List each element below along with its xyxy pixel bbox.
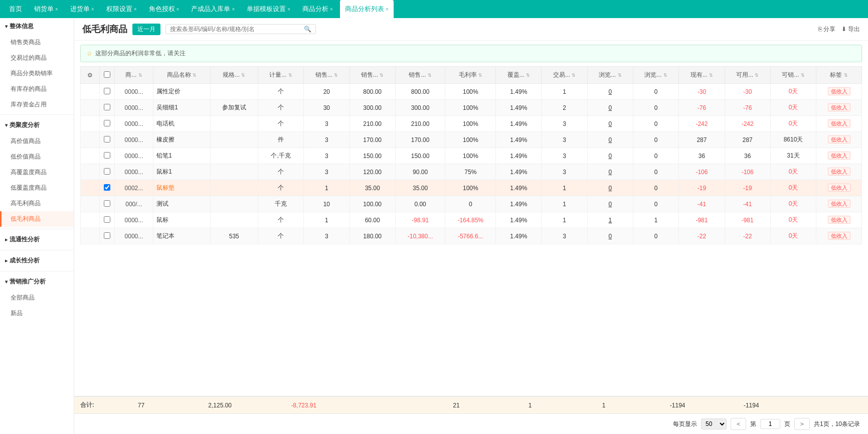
nav-close-purchase[interactable]: × <box>91 7 94 12</box>
select-all-checkbox[interactable] <box>104 71 110 78</box>
nav-sales[interactable]: 销货单 × <box>29 0 63 18</box>
sidebar-item-traded-goods[interactable]: 交易过的商品 <box>0 50 74 66</box>
row-checkbox[interactable] <box>99 116 114 132</box>
th-view2[interactable]: 浏览... ⇅ <box>633 67 679 84</box>
row-view1[interactable]: 0 <box>587 164 633 180</box>
sidebar-item-new-goods[interactable]: 新品 <box>0 306 74 321</box>
th-checkbox[interactable] <box>99 67 114 84</box>
row-select-checkbox[interactable] <box>104 104 110 110</box>
nav-roles[interactable]: 角色授权 × <box>144 0 185 18</box>
row-checkbox[interactable] <box>99 148 114 164</box>
sidebar-item-low-coverage[interactable]: 低覆盖度商品 <box>0 180 74 196</box>
nav-close-sales[interactable]: × <box>55 7 58 12</box>
th-available[interactable]: 可用... ⇅ <box>725 67 770 84</box>
row-checkbox[interactable] <box>99 180 114 196</box>
row-select-checkbox[interactable] <box>104 200 110 207</box>
row-view1[interactable]: 0 <box>587 100 633 116</box>
prev-page-button[interactable]: ＜ <box>731 418 746 430</box>
nav-close-permissions[interactable]: × <box>134 7 137 12</box>
row-view1[interactable]: 0 <box>587 116 633 132</box>
row-checkbox[interactable] <box>99 196 114 212</box>
table-row[interactable]: 000/... 测试 千克 10 100.00 0.00 0 1.49% 1 0… <box>81 196 862 212</box>
row-view1[interactable]: 1 <box>587 212 633 228</box>
per-page-select[interactable]: 50 100 200 <box>701 418 727 429</box>
row-view1[interactable]: 0 <box>587 228 633 244</box>
nav-close-products[interactable]: × <box>232 7 235 12</box>
row-view1[interactable]: 0 <box>587 196 633 212</box>
sidebar-item-sales-goods[interactable]: 销售类商品 <box>0 35 74 50</box>
row-select-checkbox[interactable] <box>104 152 110 159</box>
th-sales-price[interactable]: 销售... ⇅ <box>350 67 395 84</box>
row-select-checkbox[interactable] <box>104 168 110 175</box>
table-row[interactable]: 0000... 鼠标 个 1 60.00 -98.91 -164.85% 1.4… <box>81 212 862 228</box>
row-select-checkbox[interactable] <box>104 88 110 94</box>
th-unit[interactable]: 计量... ⇅ <box>258 67 303 84</box>
table-row[interactable]: 0000... 属性定价 个 20 800.00 800.00 100% 1.4… <box>81 84 862 100</box>
th-tag[interactable]: 标签 ⇅ <box>816 67 862 84</box>
nav-close-analysis-list[interactable]: × <box>386 7 389 12</box>
sidebar-item-high-margin[interactable]: 高毛利商品 <box>0 196 74 211</box>
th-name[interactable]: 商品名称 ⇅ <box>153 67 210 84</box>
row-select-checkbox[interactable] <box>104 136 110 142</box>
nav-close-analysis[interactable]: × <box>330 7 333 12</box>
row-select-checkbox[interactable] <box>104 120 110 126</box>
row-select-checkbox[interactable] <box>104 184 110 191</box>
current-page-input[interactable] <box>760 419 780 429</box>
sidebar-item-low-margin[interactable]: 低毛利商品 <box>0 211 74 227</box>
nav-analysis-list[interactable]: 商品分析列表 × <box>340 0 394 18</box>
next-page-button[interactable]: ＞ <box>794 418 810 430</box>
row-view1[interactable]: 0 <box>587 148 633 164</box>
row-view1[interactable]: 0 <box>587 132 633 148</box>
th-code[interactable]: 商... ⇅ <box>114 67 153 84</box>
sidebar-group-overall[interactable]: ▾ 整体信息 <box>0 18 74 35</box>
search-icon[interactable]: 🔍 <box>304 26 311 33</box>
th-coverage[interactable]: 覆盖... ⇅ <box>496 67 542 84</box>
table-row[interactable]: 0000... 电话机 个 3 210.00 210.00 100% 1.49%… <box>81 116 862 132</box>
row-select-checkbox[interactable] <box>104 232 110 239</box>
th-gross-margin[interactable]: 毛利率 ⇅ <box>445 67 496 84</box>
th-saleable[interactable]: 可销... ⇅ <box>770 67 816 84</box>
share-button[interactable]: ⎘ 分享 <box>818 25 835 34</box>
sidebar-group-circulation[interactable]: ▸ 流通性分析 <box>0 231 74 248</box>
nav-purchase[interactable]: 进货单 × <box>65 0 99 18</box>
sidebar-item-high-coverage[interactable]: 高覆盖度商品 <box>0 165 74 180</box>
row-view1[interactable]: 0 <box>587 180 633 196</box>
row-checkbox[interactable] <box>99 228 114 244</box>
sidebar-item-category-rate[interactable]: 商品分类助销率 <box>0 66 74 81</box>
nav-templates[interactable]: 单据模板设置 × <box>242 0 295 18</box>
nav-home[interactable]: 首页 <box>4 0 27 18</box>
sidebar-group-marketing[interactable]: ▾ 营销推广分析 <box>0 273 74 290</box>
sidebar-item-low-value[interactable]: 低价值商品 <box>0 149 74 165</box>
sidebar-group-growth[interactable]: ▸ 成长性分析 <box>0 252 74 269</box>
export-button[interactable]: ⬇ 导出 <box>841 25 860 34</box>
table-row[interactable]: 0000... 笔记本 535 个 3 180.00 -10,380... -5… <box>81 228 862 244</box>
nav-analysis[interactable]: 商品分析 × <box>297 0 338 18</box>
table-row[interactable]: 0002... 鼠标垫 个 1 35.00 35.00 100% 1.49% 1… <box>81 180 862 196</box>
row-view1[interactable]: 0 <box>587 84 633 100</box>
row-checkbox[interactable] <box>99 132 114 148</box>
th-sales-qty[interactable]: 销售... ⇅ <box>304 67 350 84</box>
th-trade-cnt[interactable]: 交易... ⇅ <box>542 67 587 84</box>
sidebar-group-cluster[interactable]: ▾ 类聚度分析 <box>0 117 74 133</box>
nav-permissions[interactable]: 权限设置 × <box>101 0 142 18</box>
th-spec[interactable]: 规格... ⇅ <box>210 67 258 84</box>
th-sales-amount[interactable]: 销售... ⇅ <box>395 67 445 84</box>
nav-close-roles[interactable]: × <box>177 7 180 12</box>
nav-products[interactable]: 产成品入库单 × <box>186 0 240 18</box>
row-checkbox[interactable] <box>99 100 114 116</box>
date-filter-button[interactable]: 近一月 <box>132 24 160 35</box>
sidebar-item-stocked-goods[interactable]: 有库存的商品 <box>0 81 74 97</box>
th-view1[interactable]: 浏览... ⇅ <box>587 67 633 84</box>
row-checkbox[interactable] <box>99 84 114 100</box>
th-current-stock[interactable]: 现有... ⇅ <box>679 67 725 84</box>
sidebar-item-capital[interactable]: 库存资金占用 <box>0 97 74 112</box>
table-row[interactable]: 0000... 鼠标1 个 3 120.00 90.00 75% 1.49% 3… <box>81 164 862 180</box>
th-settings[interactable]: ⚙ <box>81 67 100 84</box>
row-checkbox[interactable] <box>99 212 114 228</box>
table-row[interactable]: 0000... 吴细细1 参加复试 个 30 300.00 300.00 100… <box>81 100 862 116</box>
table-row[interactable]: 0000... 铅笔1 个,千克 3 150.00 150.00 100% 1.… <box>81 148 862 164</box>
search-input[interactable] <box>170 26 304 33</box>
nav-close-templates[interactable]: × <box>287 7 290 12</box>
table-row[interactable]: 0000... 橡皮擦 件 3 170.00 170.00 100% 1.49%… <box>81 132 862 148</box>
row-checkbox[interactable] <box>99 164 114 180</box>
